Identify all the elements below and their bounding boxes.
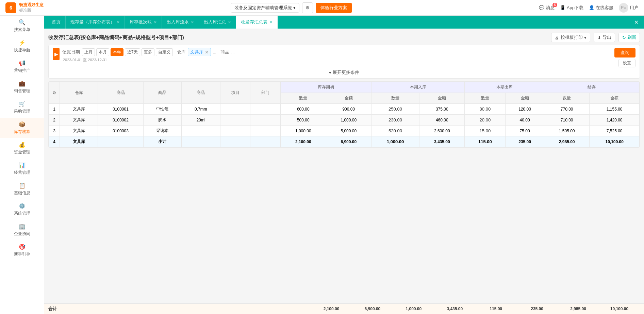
cell-code	[98, 136, 143, 147]
out-qty-link[interactable]: 80.00	[480, 106, 491, 112]
refresh-btn[interactable]: ↻ 刷新	[618, 33, 640, 42]
sidebar-item-purchase[interactable]: 🛒采购管理	[0, 97, 44, 118]
cell-in-amt: 3,435.00	[419, 136, 465, 147]
date-btn-last-month[interactable]: 上月	[82, 48, 95, 56]
messages-btn[interactable]: 💬 消息 6	[539, 5, 555, 11]
basicinfo-icon: 📋	[19, 182, 26, 189]
finance-label: 资金管理	[14, 149, 30, 155]
sidebar-item-sales[interactable]: 💼销售管理	[0, 77, 44, 97]
print-dropdown-icon: ▾	[584, 35, 587, 40]
in-qty-link[interactable]: 230.00	[389, 117, 402, 122]
filter-collapse-btn[interactable]: ▶	[53, 48, 60, 60]
settings-button[interactable]: 设置	[618, 59, 635, 67]
date-btn-this-year[interactable]: 本年	[111, 48, 123, 56]
th-in-amt: 金额	[419, 93, 465, 104]
tab-recv-send-summary[interactable]: 收发存汇总表 ✕	[236, 16, 278, 29]
in-qty-link: 1,000.00	[387, 139, 404, 144]
guide-label: 新手引导	[14, 251, 30, 257]
in-qty-link[interactable]: 520.00	[389, 128, 402, 133]
cell-opening-amt: 900.00	[326, 104, 371, 115]
in-qty-link[interactable]: 250.00	[389, 106, 402, 112]
tab-home[interactable]: 首页	[47, 16, 66, 29]
header-right: 💬 消息 6 📱 App下载 👤 在线客服 Ea 用户	[539, 3, 639, 13]
tab-inout-flow[interactable]: 出入库流水 ✕	[162, 16, 199, 29]
cell-code: 0100001	[98, 104, 143, 115]
cell-close-qty: 710.00	[544, 115, 589, 126]
system-selector[interactable]: 装备及固定资产辅助管理系统 ▾	[231, 3, 299, 13]
date-btn-custom[interactable]: 自定义	[156, 48, 173, 56]
cell-in-qty[interactable]: 250.00	[371, 104, 419, 115]
out-qty-link[interactable]: 15.00	[480, 128, 491, 133]
tab-inventory-dist-close[interactable]: ✕	[117, 20, 120, 24]
user-menu[interactable]: Ea 用户	[619, 3, 639, 13]
th-project: 项目	[220, 82, 250, 104]
cell-out-qty[interactable]: 80.00	[465, 104, 506, 115]
app-download-btn[interactable]: 📱 App下载	[560, 5, 583, 11]
warehouse-more-btn[interactable]: ...	[213, 50, 216, 54]
sidebar-item-enterprise[interactable]: 🏢企业协同	[0, 220, 44, 240]
sidebar-item-basicinfo[interactable]: 📋基础信息	[0, 179, 44, 199]
date-btn-more[interactable]: 更多	[142, 48, 154, 56]
sidebar-item-quicknav[interactable]: ⚡快捷导航	[0, 36, 44, 56]
online-service-label: 在线客服	[596, 5, 613, 11]
warehouse-tag-close[interactable]: ✕	[205, 50, 209, 55]
date-btn-this-month[interactable]: 本月	[96, 48, 109, 56]
tab-recv-send-label: 收发存汇总表	[241, 19, 267, 25]
table-row: 3 文具库 0100003 采访本 1,000.00 5,000.00 520.…	[49, 126, 640, 136]
data-table: ⚙ 仓库 商品 商品 商品 项目 部门 库存期初 本期入库 本期出库 结存	[49, 82, 640, 147]
cell-num: 3	[49, 126, 60, 136]
sidebar-item-finance[interactable]: 💰资金管理	[0, 138, 44, 159]
tab-inout-summary-label: 出入库汇总	[204, 19, 226, 25]
content-area: 首页 现存量（库存分布表） ✕ 库存批次账 ✕ 出入库流水 ✕ 出入库汇总 ✕ …	[44, 16, 644, 314]
close-all-tabs-btn[interactable]: ✕	[631, 19, 641, 26]
tab-batch-ledger-close[interactable]: ✕	[154, 20, 157, 24]
quicknav-label: 快捷导航	[14, 47, 30, 53]
sidebar-item-guide[interactable]: 🎯新手引导	[0, 240, 44, 261]
export-icon: ⬇	[597, 35, 601, 40]
total-in-amt: 3,435.00	[434, 307, 475, 311]
cell-in-qty[interactable]: 520.00	[371, 126, 419, 136]
brand-text: 畅捷通好生意 标准版	[19, 2, 44, 13]
out-qty-link: 115.00	[478, 139, 492, 144]
sidebar-item-marketing[interactable]: 📢营销推广	[0, 56, 44, 77]
tab-inout-summary-close[interactable]: ✕	[228, 20, 231, 24]
out-qty-link[interactable]: 20.00	[480, 117, 491, 122]
sidebar: 🔍搜索菜单⚡快捷导航📢营销推广💼销售管理🛒采购管理📦库存核算💰资金管理📊经营管理…	[0, 16, 44, 314]
cell-in-qty[interactable]: 230.00	[371, 115, 419, 126]
cell-out-qty[interactable]: 20.00	[465, 115, 506, 126]
table-row: 4 文具库 小计 2,100.00 6,900.00 1,000.00 3,43…	[49, 136, 640, 147]
tab-batch-ledger[interactable]: 库存批次账 ✕	[125, 16, 162, 29]
cell-out-qty[interactable]: 15.00	[465, 126, 506, 136]
tab-inventory-dist[interactable]: 现存量（库存分布表） ✕	[66, 16, 125, 29]
trial-button[interactable]: 体验行业方案	[316, 3, 352, 13]
online-service-btn[interactable]: 👤 在线客服	[589, 5, 613, 11]
total-out-amt: 235.00	[516, 307, 558, 311]
sidebar-item-operations[interactable]: 📊经营管理	[0, 159, 44, 179]
cell-name: 胶水	[143, 115, 181, 126]
header-center: 装备及固定资产辅助管理系统 ▾ ⚙ 体验行业方案	[231, 2, 352, 13]
cell-code: 0100003	[98, 126, 143, 136]
search-label: 搜索菜单	[14, 27, 30, 33]
tab-recv-send-close[interactable]: ✕	[269, 20, 273, 24]
total-spacer-6	[270, 307, 311, 311]
sidebar-item-inventory[interactable]: 📦库存核算	[0, 118, 44, 138]
expand-conditions-btn[interactable]: ▾ 展开更多条件	[53, 69, 635, 76]
tab-inout-flow-close[interactable]: ✕	[191, 20, 194, 24]
purchase-label: 采购管理	[14, 109, 30, 114]
export-btn[interactable]: ⬇ 导出	[594, 33, 615, 42]
cell-code: 0100002	[98, 115, 143, 126]
sidebar-item-system[interactable]: ⚙️系统管理	[0, 199, 44, 220]
goods-more-btn[interactable]: ...	[231, 50, 235, 54]
cell-opening-qty: 1,000.00	[281, 126, 326, 136]
tab-inout-summary[interactable]: 出入库汇总 ✕	[199, 16, 236, 29]
cell-project	[220, 104, 250, 115]
sidebar-item-search[interactable]: 🔍搜索菜单	[0, 16, 44, 36]
th-opening-amt: 金额	[326, 93, 371, 104]
gear-button[interactable]: ⚙	[302, 2, 313, 13]
query-button[interactable]: 查询	[614, 48, 635, 57]
date-btn-7days[interactable]: 近7天	[125, 48, 140, 56]
quicknav-icon: ⚡	[19, 39, 26, 46]
goods-filter-item: 商品 ...	[220, 49, 235, 55]
print-btn[interactable]: 🖨 按模板打印 ▾	[551, 33, 590, 42]
page-title: 收发存汇总表(按仓库+商品编码+商品+规格型号+项目+部门)	[48, 34, 184, 41]
